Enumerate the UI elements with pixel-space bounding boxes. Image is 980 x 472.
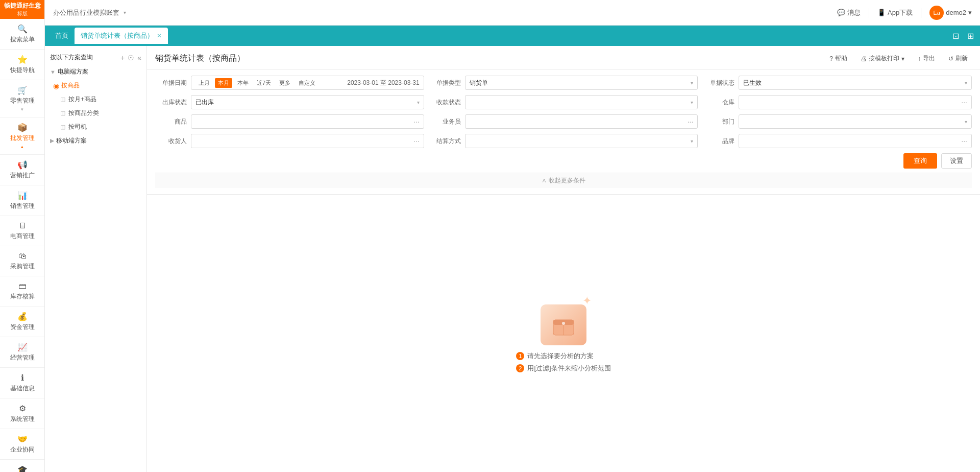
tab-home[interactable]: 首页 [49,28,75,44]
sidebar-item-collab[interactable]: 🤝 企业协同 [0,429,44,460]
panel-collapse-icon[interactable]: « [137,54,141,62]
sidebar-item-wholesale[interactable]: 📦 批发管理 ▴ [0,117,44,155]
docstatus-filter-field[interactable]: 已生效 ▾ [739,76,972,90]
empty-tip-1: 1 请先选择要分析的方案 [516,351,610,361]
driver-icon: ◫ [60,124,65,130]
query-button[interactable]: 查询 [903,153,937,169]
left-panel-header: 按以下方案查询 + ☉ « [45,50,146,65]
refresh-icon: ↺ [948,55,953,62]
date-tab-thisyear[interactable]: 本年 [234,78,252,88]
docstatus-value: 已生效 [743,79,965,87]
settlement-filter-label: 结算方式 [429,137,465,146]
receiver-dots: ··· [413,137,420,145]
filter-docstatus-item: 单据状态 已生效 ▾ [703,76,972,90]
panel-add-icon[interactable]: + [120,54,125,62]
tree-section-mobile[interactable]: ▶ 移动端方案 [45,134,146,148]
search-icon: 🔍 [17,24,28,34]
sidebar-item-label: 系统管理 [10,415,35,423]
date-tab-more[interactable]: 更多 [276,78,293,88]
receipt-filter-field[interactable]: ▾ [465,95,698,109]
tab-close-icon[interactable]: ✕ [157,32,162,39]
receiver-filter-field[interactable]: ··· [191,134,424,148]
empty-state: ✦ 1 请先选择要分析的方案 2 用[过滤]条件来缩小分析范围 [147,195,980,472]
tree-item-month-goods[interactable]: ◫ 按月+商品 [45,92,146,106]
goods-dots: ··· [413,117,420,126]
tab-sales-stats[interactable]: 销货单统计表（按商品） ✕ [75,28,168,44]
app-download-btn[interactable]: 📱 App下载 [877,8,913,17]
doctype-filter-field[interactable]: 销货单 ▾ [465,76,698,90]
help-btn[interactable]: ? 帮助 [825,52,851,65]
user-avatar-btn[interactable]: Ea demo2 ▾ [929,6,972,20]
sales-icon: 📊 [17,191,28,200]
sidebar-item-marketing[interactable]: 📢 营销推广 [0,155,44,185]
sidebar-item-guide[interactable]: 🎓 新手引导 [0,460,44,472]
date-tab-thismonth[interactable]: 本月 [215,78,232,88]
goods-filter-field[interactable]: ··· [191,114,424,129]
panel-title: 按以下方案查询 [50,53,93,62]
tab-minimize-btn[interactable]: ⊡ [950,29,961,43]
warehouse-filter-field[interactable]: 已出库 ▾ [191,95,424,109]
warehouse-filter-label: 出库状态 [155,98,191,107]
message-btn[interactable]: 💬 消息 [837,8,861,17]
sidebar-item-search[interactable]: 🔍 搜索菜单 [0,19,44,50]
sidebar-item-purchase[interactable]: 🛍 采购管理 [0,246,44,276]
brand-filter-label: 品牌 [703,137,739,146]
doctype-value: 销货单 [470,79,691,87]
settlement-filter-field[interactable]: ▾ [465,134,698,148]
sidebar-item-finance[interactable]: 💰 资金管理 [0,306,44,337]
filter-date-item: 单据日期 上月 本月 本年 近7天 更多 自定义 2023-03-01 至 20… [155,76,424,90]
finance-icon: 💰 [17,312,28,321]
export-btn[interactable]: ↑ 导出 [914,52,939,65]
goods-filter-label: 商品 [155,117,191,126]
radio-icon: ◉ [53,82,59,90]
refresh-btn[interactable]: ↺ 刷新 [944,52,972,65]
print-btn[interactable]: 🖨 按模板打印 ▾ [856,52,909,65]
storage-filter-field[interactable]: ··· [739,95,972,109]
svg-point-3 [562,322,565,325]
sidebar-item-ecommerce[interactable]: 🖥 电商管理 [0,216,44,246]
empty-tip-2: 2 用[过滤]条件来缩小分析范围 [516,364,610,373]
date-tab-custom[interactable]: 自定义 [296,78,318,88]
tree-item-driver[interactable]: ◫ 按司机 [45,120,146,134]
date-filter-field[interactable]: 上月 本月 本年 近7天 更多 自定义 2023-03-01 至 2023-03… [191,76,424,90]
collab-icon: 🤝 [17,434,28,444]
dept-filter-field[interactable]: ▾ [739,114,972,129]
avatar-text: Ea [934,10,940,16]
sidebar-item-basic-info[interactable]: ℹ 基础信息 [0,368,44,398]
sidebar-item-label: 经营管理 [10,353,35,362]
date-range-text: 2023-03-01 至 2023-03-31 [347,79,419,87]
operations-icon: 📈 [17,342,28,352]
sidebar-item-operations[interactable]: 📈 经营管理 [0,337,44,368]
settlement-arrow: ▾ [691,138,693,144]
docstatus-filter-label: 单据状态 [703,79,739,87]
date-tab-lastmonth[interactable]: 上月 [195,78,213,88]
tree-item-by-goods[interactable]: ◉ 按商品 [45,79,146,92]
receipt-arrow: ▾ [691,100,693,105]
settings-button[interactable]: 设置 [941,153,972,169]
sidebar-item-label: 电商管理 [10,232,35,241]
sidebar: 畅捷通好生意 标版 🔍 搜索菜单 ⭐ 快捷导航 🛒 零售管理 ▾ 📦 批发管理 … [0,0,45,472]
sidebar-item-retail[interactable]: 🛒 零售管理 ▾ [0,80,44,117]
guide-icon: 🎓 [17,465,28,472]
salesperson-filter-field[interactable]: ··· [465,114,698,129]
sidebar-item-system[interactable]: ⚙ 系统管理 [0,398,44,429]
app-download-label: App下载 [888,8,913,17]
brand-filter-field[interactable]: ··· [739,134,972,148]
sidebar-item-sales[interactable]: 📊 销售管理 [0,185,44,216]
help-icon: ? [829,55,833,62]
sidebar-item-quicknav[interactable]: ⭐ 快捷导航 [0,50,44,80]
collapse-bar[interactable]: ∧ 收起更多条件 [155,173,972,188]
expand-icon-active: ▴ [21,144,23,149]
main-area: 办公用品行业模拟账套 ▾ 💬 消息 📱 App下载 Ea demo2 ▾ [45,0,980,472]
date-filter-label: 单据日期 [155,79,191,87]
tab-maximize-btn[interactable]: ⊞ [965,29,976,43]
tree-section-pc[interactable]: ▼ 电脑端方案 [45,65,146,79]
panel-edit-icon[interactable]: ☉ [128,54,134,62]
tree-item-goods-category[interactable]: ◫ 按商品分类 [45,106,146,120]
industry-dropdown-arrow[interactable]: ▾ [124,10,126,15]
sparkle-icon: ✦ [582,294,592,308]
sidebar-item-inventory[interactable]: 🗃 库存核算 [0,276,44,306]
filter-storage-item: 仓库 ··· [703,95,972,109]
sidebar-item-label: 搜索菜单 [10,35,35,44]
date-tab-7days[interactable]: 近7天 [254,78,274,88]
